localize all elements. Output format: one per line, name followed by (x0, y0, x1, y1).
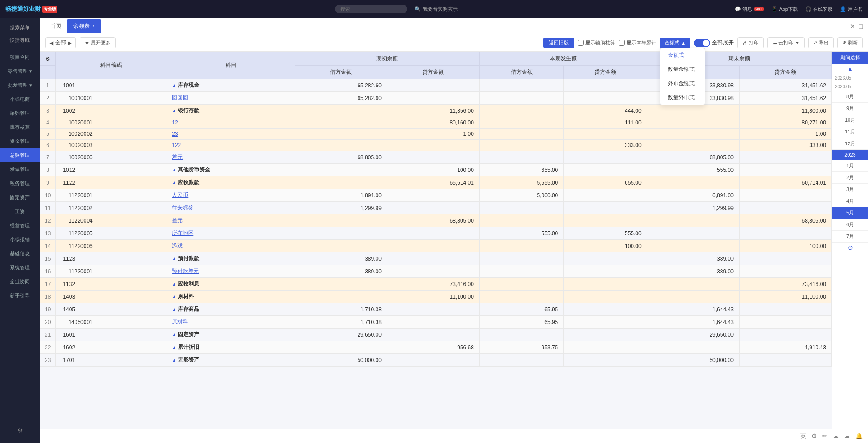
row-amount-cell: 655.00 (479, 164, 563, 176)
row-code-cell: 1405 (56, 303, 167, 316)
right-panel-month-12[interactable]: 12月 (832, 138, 868, 150)
row-amount-cell: 100.00 (387, 164, 479, 176)
row-name-cell[interactable]: 122 (167, 140, 295, 151)
tab-bar-right: ✕ □ (850, 23, 863, 30)
col-row-num (40, 66, 56, 79)
audit-checkbox-input[interactable] (578, 40, 584, 46)
sidebar-item-cooperation[interactable]: 企业协同 (0, 275, 40, 289)
row-code-cell: 1132 (56, 278, 167, 291)
refresh-btn[interactable]: ↺ 刷新 (837, 37, 863, 48)
sidebar-item-system[interactable]: 系统管理 (0, 261, 40, 275)
right-panel-month-1[interactable]: 1月 (832, 160, 868, 172)
sidebar-item-expense[interactable]: 小畅报销 (0, 233, 40, 247)
tab-balance-sheet[interactable]: 余额表 × (67, 19, 101, 33)
right-panel-month-11[interactable]: 11月 (832, 126, 868, 138)
sidebar-item-ledger[interactable]: 总账管理 (0, 148, 40, 162)
sidebar-item-inventory[interactable]: 库存核算 (0, 120, 40, 134)
sidebar-item-guide[interactable]: 新手引导 (0, 289, 40, 303)
cloud-print-btn[interactable]: ☁ 云打印 ▼ (767, 37, 805, 48)
row-name-cell[interactable]: 23 (167, 129, 295, 140)
row-amount-cell (479, 252, 563, 265)
cloud-icon-2[interactable]: ☁ (844, 433, 850, 439)
right-panel-month-9[interactable]: 9月 (832, 103, 868, 114)
sidebar-item-salary[interactable]: 工资 (0, 205, 40, 219)
lang-icon[interactable]: 英 (800, 432, 806, 440)
right-panel-month-5[interactable]: 5月 (832, 207, 868, 219)
row-name-cell[interactable]: 差元 (167, 151, 295, 164)
row-amount-cell (647, 117, 739, 129)
sidebar-quick-nav[interactable]: 快捷导航 (10, 34, 30, 46)
tab-home[interactable]: 首页 (45, 19, 67, 33)
row-code-cell: 1012 (56, 164, 167, 176)
right-panel-month-10[interactable]: 10月 (832, 114, 868, 126)
sidebar-item-capital[interactable]: 资金管理 (0, 134, 40, 148)
export-btn[interactable]: ↗ 导出 (808, 37, 834, 48)
sidebar-item-assets[interactable]: 固定资产 (0, 191, 40, 205)
show-audit-checkbox[interactable]: 显示辅助核算 (578, 39, 615, 46)
row-amount-cell (564, 202, 647, 214)
message-btn[interactable]: 💬 消息 99+ (735, 6, 764, 13)
format-option-qty-foreign[interactable]: 数量外币式 (660, 91, 705, 105)
sidebar-search[interactable]: 搜索菜单 (10, 22, 30, 34)
format-option-foreign-amount[interactable]: 外币金额式 (660, 76, 705, 91)
right-panel-month-7[interactable]: 7月 (832, 231, 868, 243)
demo-link[interactable]: 🔍 我要看实例演示 (415, 6, 458, 13)
right-panel-month-4[interactable]: 4月 (832, 195, 868, 207)
sidebar-item-invoice[interactable]: 发票管理 (0, 162, 40, 176)
row-name-cell[interactable]: 预付款差元 (167, 265, 295, 278)
search-input[interactable] (335, 5, 407, 13)
row-num-cell: 19 (40, 303, 56, 316)
row-name-cell[interactable]: 游戏 (167, 240, 295, 252)
right-panel-month-6[interactable]: 6月 (832, 219, 868, 231)
row-amount-cell (387, 303, 479, 316)
user-avatar[interactable]: 👤 用户名 (840, 6, 863, 13)
format-dropdown-btn[interactable]: 金额式 ▲ (660, 38, 690, 48)
table-row: 91122▲ 应收账款65,614.015,555.00655.0060,714… (40, 176, 832, 189)
show-ytd-checkbox[interactable]: 显示本年累计 (619, 39, 656, 46)
tab-close-btn[interactable]: × (92, 24, 95, 29)
right-panel-month-2[interactable]: 2月 (832, 172, 868, 184)
expand-more-btn[interactable]: ▼ 展开更多 (80, 37, 116, 48)
format-option-qty-amount[interactable]: 数量金额式 (660, 62, 705, 76)
ytd-checkbox-input[interactable] (619, 40, 625, 46)
row-name-cell[interactable]: 原材料 (167, 316, 295, 329)
right-panel-month-8[interactable]: 8月 (832, 91, 868, 103)
settings-icon-bottom[interactable]: ⚙ (811, 433, 817, 439)
row-num-cell: 7 (40, 151, 56, 164)
right-panel-up-arrow[interactable]: ▲ (832, 64, 868, 74)
row-name-cell[interactable]: 差元 (167, 214, 295, 227)
row-name-cell[interactable]: 人民币 (167, 189, 295, 202)
right-panel-month-3[interactable]: 3月 (832, 184, 868, 195)
sidebar-item-tax[interactable]: 税务管理 (0, 176, 40, 191)
sidebar-item-wholesale[interactable]: 批发管理 ▾ (0, 78, 40, 92)
edit-icon[interactable]: ✏ (822, 433, 827, 439)
format-option-amount[interactable]: 金额式 (660, 48, 705, 62)
table-row: 210010001回回回65,282.6033,830.9831,451.62 (40, 92, 832, 105)
online-service-btn[interactable]: 🎧 在线客服 (805, 6, 833, 13)
sidebar-item-management[interactable]: 经营管理 (0, 219, 40, 233)
right-panel-down-arrow[interactable]: ⊙ (832, 243, 868, 252)
window-close-btn[interactable]: ✕ (850, 23, 855, 30)
settings-icon[interactable]: ⚙ (14, 423, 27, 438)
row-name-cell[interactable]: 往来标签 (167, 202, 295, 214)
app-download-btn[interactable]: 📱 App下载 (771, 6, 798, 13)
cloud-icon-1[interactable]: ☁ (833, 433, 839, 439)
sidebar-item-basic[interactable]: 基础信息 (0, 247, 40, 261)
window-max-btn[interactable]: □ (859, 23, 863, 30)
row-name-cell[interactable]: 12 (167, 117, 295, 129)
nav-all-btn[interactable]: ◀ 全部 ▶ (45, 37, 76, 48)
row-num-cell: 13 (40, 227, 56, 240)
bell-icon[interactable]: 🔔 (855, 433, 863, 439)
row-amount-cell: 65,282.60 (295, 92, 387, 105)
col-gear[interactable]: ⚙ (40, 52, 56, 66)
expand-all-switch[interactable] (694, 39, 710, 47)
sidebar-item-retail[interactable]: 零售管理 ▾ (0, 64, 40, 78)
sidebar-item-ecommerce[interactable]: 小畅电商 (0, 92, 40, 106)
back-old-btn[interactable]: 返回旧版 (543, 38, 574, 48)
sidebar-item-purchase[interactable]: 采购管理 (0, 106, 40, 120)
row-amount-cell (564, 164, 647, 176)
sidebar-item-project[interactable]: 项目合同 (0, 50, 40, 64)
print-btn[interactable]: 🖨 打印 (737, 37, 764, 48)
row-name-cell[interactable]: 回回回 (167, 92, 295, 105)
row-name-cell[interactable]: 所在地区 (167, 227, 295, 240)
